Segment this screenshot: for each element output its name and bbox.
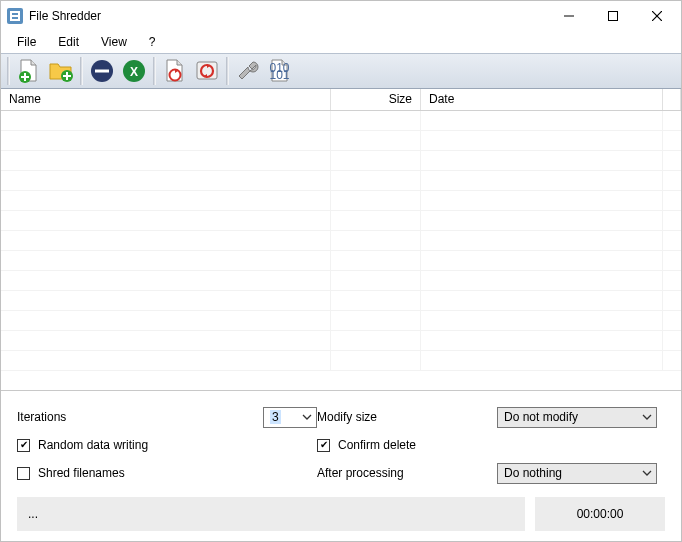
svg-rect-5 bbox=[609, 12, 618, 21]
excel-button[interactable]: X bbox=[119, 56, 149, 86]
elapsed-time-box: 00:00:00 bbox=[535, 497, 665, 531]
settings-button[interactable] bbox=[233, 56, 263, 86]
minimize-button[interactable] bbox=[547, 2, 591, 30]
iterations-label: Iterations bbox=[17, 410, 255, 424]
binary-button[interactable]: 010101 bbox=[265, 56, 295, 86]
chevron-down-icon bbox=[301, 411, 313, 423]
random-writing-checkbox[interactable] bbox=[17, 439, 30, 452]
column-name[interactable]: Name bbox=[1, 89, 331, 110]
modify-size-label: Modify size bbox=[317, 410, 497, 424]
confirm-delete-label: Confirm delete bbox=[338, 438, 416, 452]
modify-size-value: Do not modify bbox=[504, 410, 578, 424]
add-file-icon bbox=[16, 58, 42, 84]
column-size[interactable]: Size bbox=[331, 89, 421, 110]
svg-text:X: X bbox=[130, 65, 138, 79]
status-message-box: ... bbox=[17, 497, 525, 531]
file-list[interactable] bbox=[1, 111, 681, 391]
modify-size-combo[interactable]: Do not modify bbox=[497, 407, 657, 428]
menubar: File Edit View ? bbox=[1, 31, 681, 53]
svg-rect-10 bbox=[21, 76, 29, 78]
maximize-button[interactable] bbox=[591, 2, 635, 30]
after-processing-combo[interactable]: Do nothing bbox=[497, 463, 657, 484]
svg-text:101: 101 bbox=[269, 68, 289, 82]
menu-help[interactable]: ? bbox=[139, 33, 166, 51]
svg-rect-13 bbox=[63, 75, 71, 77]
svg-rect-1 bbox=[10, 11, 20, 21]
elapsed-time: 00:00:00 bbox=[577, 507, 624, 521]
menu-edit[interactable]: Edit bbox=[48, 33, 89, 51]
list-header: Name Size Date bbox=[1, 89, 681, 111]
after-processing-value: Do nothing bbox=[504, 466, 562, 480]
remove-icon bbox=[89, 58, 115, 84]
iterations-combo[interactable]: 3 bbox=[263, 407, 317, 428]
chevron-down-icon bbox=[641, 411, 653, 423]
shred-filenames-label: Shred filenames bbox=[38, 466, 125, 480]
svg-rect-15 bbox=[95, 70, 109, 73]
binary-icon: 010101 bbox=[267, 58, 293, 84]
close-button[interactable] bbox=[635, 2, 679, 30]
refresh-button[interactable] bbox=[192, 56, 222, 86]
chevron-down-icon bbox=[641, 467, 653, 479]
app-icon bbox=[7, 8, 23, 24]
status-message: ... bbox=[28, 507, 38, 521]
titlebar: File Shredder bbox=[1, 1, 681, 31]
options-panel: Iterations 3 Modify size Do not modify R… bbox=[1, 391, 681, 541]
wrench-icon bbox=[235, 58, 261, 84]
after-processing-label: After processing bbox=[317, 466, 497, 480]
iterations-value: 3 bbox=[270, 410, 281, 424]
svg-rect-2 bbox=[12, 13, 18, 15]
svg-rect-3 bbox=[12, 17, 18, 19]
toolbar: X 010101 bbox=[1, 53, 681, 89]
add-file-button[interactable] bbox=[14, 56, 44, 86]
refresh-page-icon bbox=[162, 58, 188, 84]
menu-view[interactable]: View bbox=[91, 33, 137, 51]
add-folder-button[interactable] bbox=[46, 56, 76, 86]
window-title: File Shredder bbox=[29, 9, 547, 23]
menu-file[interactable]: File bbox=[7, 33, 46, 51]
column-date[interactable]: Date bbox=[421, 89, 663, 110]
confirm-delete-checkbox[interactable] bbox=[317, 439, 330, 452]
excel-icon: X bbox=[121, 58, 147, 84]
refresh-page-button[interactable] bbox=[160, 56, 190, 86]
shred-filenames-checkbox[interactable] bbox=[17, 467, 30, 480]
column-padding bbox=[663, 89, 681, 110]
random-writing-label: Random data writing bbox=[38, 438, 148, 452]
add-folder-icon bbox=[48, 58, 74, 84]
remove-button[interactable] bbox=[87, 56, 117, 86]
refresh-icon bbox=[194, 58, 220, 84]
